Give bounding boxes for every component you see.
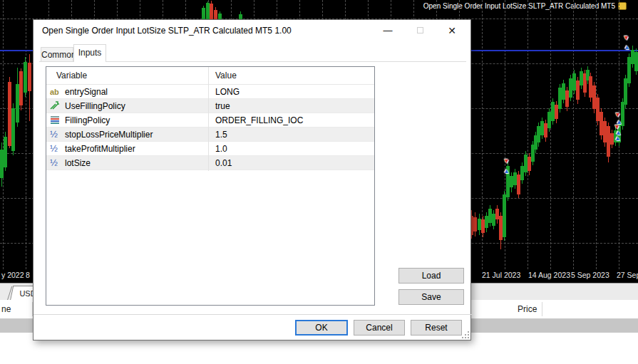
inputs-rows: abentrySignalLONGUseFillingPolicytrueFil…: [46, 85, 374, 170]
ea-label-text: Open Single Order Input LotSize SLTP_ATR…: [423, 2, 615, 10]
load-button[interactable]: Load: [398, 268, 464, 284]
column-header-variable: Variable: [56, 71, 87, 80]
input-row-stopLossPriceMultiplier[interactable]: ½stopLossPriceMultiplier1.5: [46, 128, 374, 142]
tab-common[interactable]: Common: [41, 47, 73, 62]
resize-grip[interactable]: [462, 331, 470, 339]
maximize-button: [409, 22, 431, 39]
time-axis-label: 21 Jul 2023: [482, 271, 520, 279]
bool-icon: [50, 100, 63, 112]
input-row-entrySignal[interactable]: abentrySignalLONG: [46, 85, 374, 99]
double-icon: ½: [50, 143, 63, 155]
dialog-title: Open Single Order Input LotSize SLTP_ATR…: [42, 20, 292, 41]
buy-arrow-marker: ▲: [624, 44, 630, 51]
variable-name: lotSize: [65, 158, 91, 168]
double-icon: ½: [50, 157, 63, 169]
variable-name: UseFillingPolicy: [65, 101, 125, 111]
variable-name: takeProfitMultiplier: [65, 144, 135, 154]
inputs-table-header: Variable Value: [46, 67, 374, 85]
column-header-value: Value: [215, 71, 237, 80]
column-divider: [208, 67, 209, 171]
reset-button[interactable]: Reset: [411, 320, 462, 336]
save-button[interactable]: Save: [398, 289, 464, 305]
sell-arrow-marker: ▼: [503, 158, 510, 165]
tab-inputs[interactable]: Inputs: [73, 44, 106, 62]
cancel-button[interactable]: Cancel: [354, 320, 405, 336]
variable-name: FillingPolicy: [65, 115, 110, 125]
variable-value[interactable]: LONG: [215, 87, 240, 97]
time-axis-label: 5 Sep 2023: [571, 271, 609, 279]
variable-value[interactable]: ORDER_FILLING_IOC: [215, 115, 303, 125]
variable-value[interactable]: 1.0: [215, 144, 227, 154]
time-axis-label: 14 Aug 2023: [528, 271, 570, 279]
column-separator: [542, 302, 542, 316]
toolbox-col-price: Price: [518, 304, 537, 314]
variable-value[interactable]: 1.5: [215, 130, 227, 140]
footer-separator: [34, 314, 472, 315]
expert-properties-dialog: Open Single Order Input LotSize SLTP_ATR…: [33, 19, 471, 340]
buy-arrow-marker: ▲: [503, 168, 510, 175]
buy-arrow-marker: ▲: [614, 135, 621, 142]
ok-button[interactable]: OK: [295, 320, 348, 336]
variable-value[interactable]: 0.01: [215, 158, 232, 168]
time-axis-label: 8: [26, 271, 30, 279]
screen: Open Single Order Input LotSize SLTP_ATR…: [0, 0, 638, 364]
time-axis-label: y 2022: [1, 271, 24, 279]
sell-arrow-marker: ▼: [614, 112, 621, 118]
string-icon: ab: [50, 86, 63, 98]
double-icon: ½: [50, 129, 63, 140]
toolbox-col-time: ne: [1, 304, 11, 314]
variable-name: stopLossPriceMultiplier: [65, 130, 153, 140]
sell-arrow-marker: ▼: [623, 35, 629, 41]
input-row-UseFillingPolicy[interactable]: UseFillingPolicytrue: [46, 99, 374, 113]
dialog-title-bar[interactable]: Open Single Order Input LotSize SLTP_ATR…: [34, 20, 470, 41]
input-row-lotSize[interactable]: ½lotSize0.01: [46, 156, 374, 170]
inputs-table: Variable Value abentrySignalLONGUseFilli…: [46, 66, 375, 306]
variable-value[interactable]: true: [215, 101, 230, 111]
minimize-button[interactable]: —: [377, 22, 398, 39]
variable-name: entrySignal: [65, 87, 108, 97]
close-button[interactable]: ✕: [441, 22, 463, 39]
input-row-takeProfitMultiplier[interactable]: ½takeProfitMultiplier1.0: [46, 142, 374, 156]
maximize-icon: [417, 27, 423, 33]
input-row-FillingPolicy[interactable]: FillingPolicyORDER_FILLING_IOC: [46, 113, 374, 128]
enum-icon: [50, 115, 63, 126]
time-axis-label: 27 Sep: [617, 271, 638, 279]
